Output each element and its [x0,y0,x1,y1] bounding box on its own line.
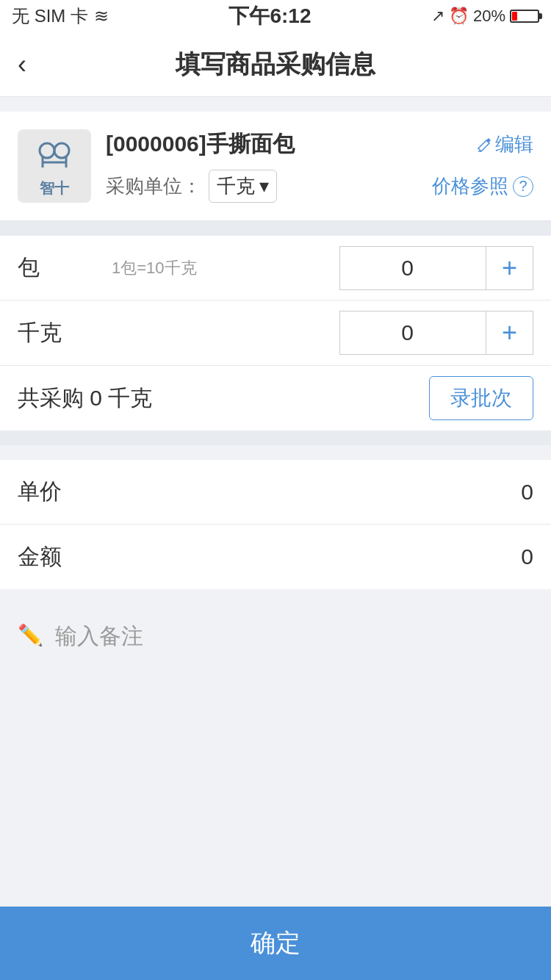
amount-value: 0 [521,544,533,569]
edit-button[interactable]: 编辑 [476,131,533,157]
amount-row: 金额 0 [0,525,551,589]
bao-input-wrap: + [339,246,533,290]
alarm-icon: ⏰ [449,7,469,26]
svg-point-1 [54,143,69,158]
dropdown-arrow-icon: ▾ [259,175,269,198]
product-info: [0000006]手撕面包 编辑 采购单位： 千克 ▾ 价格参照 [106,129,533,203]
summary-section: 共采购 0 千克 录批次 [0,365,551,430]
price-reference-button[interactable]: 价格参照 ? [432,173,533,199]
section-divider-2 [0,430,551,445]
back-button[interactable]: ‹ [18,49,26,80]
total-purchase-text: 共采购 0 千克 [18,383,152,414]
price-ref-help-icon: ? [513,176,533,197]
page-title: 填写商品采购信息 [176,48,375,82]
quantity-input-section: 包 1包=10千克 + 千克 + [0,236,551,365]
no-sim-text: 无 SIM 卡 [12,4,88,28]
price-ref-label: 价格参照 [432,173,508,199]
edit-icon [476,137,492,153]
bao-input-row: 包 1包=10千克 + [0,236,551,300]
bao-label: 包 [18,253,106,283]
battery-percent: 20% [473,7,505,26]
unit-value: 千克 [217,173,255,199]
unit-price-label: 单价 [18,477,62,507]
product-card: 智十 [0000006]手撕面包 编辑 采购单位： 千克 ▾ [0,112,551,221]
location-icon: ↗ [431,7,444,26]
remark-section[interactable]: ✏️ 输入备注 [0,604,551,692]
bao-plus-button[interactable]: + [486,246,533,290]
kilogram-input-row: 千克 + [0,300,551,365]
bottom-space [0,692,551,810]
unit-price-value: 0 [521,480,533,505]
battery-icon [510,10,539,23]
confirm-button[interactable]: 确定 [0,907,551,980]
section-divider-1 [0,221,551,236]
remark-placeholder: 输入备注 [55,621,143,652]
unit-price-row: 单价 0 [0,460,551,525]
status-bar: 无 SIM 卡 ≋ 下午6:12 ↗ ⏰ 20% [0,0,551,32]
svg-point-0 [40,143,54,158]
nav-bar: ‹ 填写商品采购信息 [0,32,551,97]
product-thumbnail: 智十 [18,129,91,203]
kilogram-input-wrap: + [339,311,533,355]
time-display: 下午6:12 [228,4,311,27]
bao-quantity-input[interactable] [339,246,486,290]
kilogram-label: 千克 [18,318,106,348]
wifi-icon: ≋ [94,6,109,26]
pencil-icon: ✏️ [18,623,43,647]
amount-label: 金额 [18,542,62,572]
product-logo-icon [32,134,76,179]
unit-selector[interactable]: 千克 ▾ [209,170,277,203]
logo-text: 智十 [40,179,69,198]
summary-row: 共采购 0 千克 录批次 [0,366,551,430]
product-name: [0000006]手撕面包 [106,129,295,159]
total-amount: 0 [90,386,102,410]
kilogram-plus-button[interactable]: + [486,311,533,355]
record-batch-button[interactable]: 录批次 [429,376,533,420]
bao-sublabel: 1包=10千克 [112,257,197,279]
kilogram-quantity-input[interactable] [339,311,486,355]
unit-prefix: 采购单位： [106,173,201,199]
edit-label: 编辑 [495,131,533,157]
price-section: 单价 0 金额 0 [0,460,551,589]
